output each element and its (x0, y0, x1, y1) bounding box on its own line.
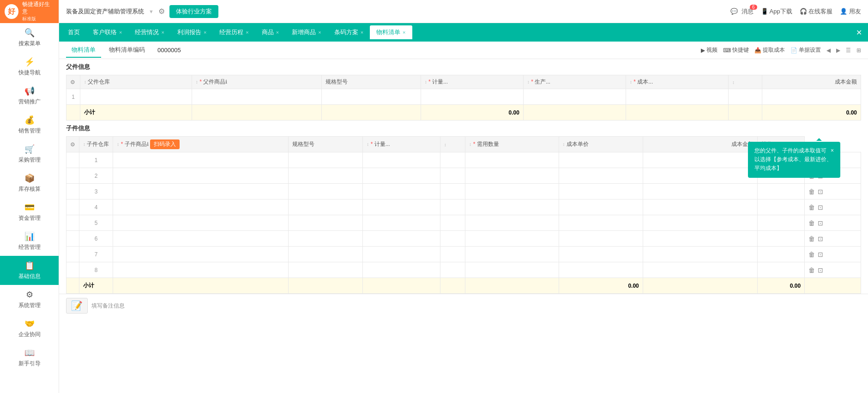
parent-row-1-extra[interactable] (729, 89, 762, 105)
sub-tab-material-code[interactable]: 物料清单编码 (103, 43, 151, 58)
tooltip-close-icon[interactable]: × (831, 146, 834, 155)
nav-tab-close-5[interactable]: × (276, 30, 279, 35)
child-row-6-unit-cost[interactable] (643, 231, 758, 247)
sub-tab-material-list[interactable]: 物料清单 (66, 43, 101, 58)
delete-icon-7[interactable]: 🗑 (808, 251, 815, 258)
child-row-1-qty[interactable] (440, 152, 465, 168)
child-row-6-spec[interactable] (363, 231, 440, 247)
nav-tab-close-1[interactable]: × (119, 30, 122, 35)
copy-icon-8[interactable]: ⊡ (818, 266, 823, 274)
child-row-4-needed-qty[interactable] (559, 200, 643, 215)
child-row-7-warehouse[interactable] (113, 247, 288, 262)
nav-tab-1[interactable]: 客户联络 × (86, 25, 128, 39)
sidebar-item-经营管理[interactable]: 📊经营管理 (0, 227, 59, 256)
close-all-tabs-icon[interactable]: ✕ (852, 28, 866, 37)
single-settings-btn[interactable]: 📄 单据设置 (790, 46, 821, 54)
child-row-5-warehouse[interactable] (113, 215, 288, 231)
child-row-3-needed-qty[interactable] (559, 184, 643, 200)
child-row-8-needed-qty[interactable] (559, 262, 643, 278)
nav-tab-5[interactable]: 商品 × (255, 25, 285, 39)
child-row-6-warehouse[interactable] (113, 231, 288, 247)
child-row-7-qty[interactable] (440, 247, 465, 262)
delete-icon-8[interactable]: 🗑 (808, 266, 815, 274)
sidebar-item-库存核算[interactable]: 📦库存核算 (0, 169, 59, 198)
parent-th-gear[interactable]: ⚙ (66, 75, 80, 89)
child-row-1-extra[interactable] (465, 152, 559, 168)
child-row-2-product[interactable] (288, 168, 363, 184)
trial-button[interactable]: 体验行业方案 (169, 5, 218, 18)
child-th-gear[interactable]: ⚙ (66, 137, 79, 152)
copy-icon-7[interactable]: ⊡ (818, 251, 823, 258)
child-row-1-unit-cost[interactable] (643, 152, 758, 168)
nav-tab-4[interactable]: 经营历程 × (213, 25, 255, 39)
parent-row-1-cost[interactable] (626, 89, 728, 105)
child-row-5-extra[interactable] (465, 215, 559, 231)
child-row-5-product[interactable] (288, 215, 363, 231)
delete-icon-6[interactable]: 🗑 (808, 235, 815, 242)
child-row-2-unit-cost[interactable] (643, 168, 758, 184)
child-row-2-extra[interactable] (465, 168, 559, 184)
parent-row-1-product[interactable] (192, 89, 321, 105)
nav-tab-close-3[interactable]: × (204, 30, 206, 35)
nav-tab-3[interactable]: 利润报告 × (171, 25, 213, 39)
sidebar-item-企业协同[interactable]: 🤝企业协同 (0, 314, 59, 343)
delete-icon-5[interactable]: 🗑 (808, 219, 815, 227)
child-row-5-spec[interactable] (363, 215, 440, 231)
shortcut-btn[interactable]: ⌨ 快捷键 (723, 46, 749, 54)
sidebar-item-采购管理[interactable]: 🛒采购管理 (0, 139, 59, 169)
copy-icon-4[interactable]: ⊡ (818, 204, 823, 211)
settings-icon[interactable]: ⚙ (158, 7, 165, 16)
child-row-2-needed-qty[interactable] (559, 168, 643, 184)
child-row-6-product[interactable] (288, 231, 363, 247)
child-row-3-warehouse[interactable] (113, 184, 288, 200)
child-row-4-warehouse[interactable] (113, 200, 288, 215)
scan-input-btn[interactable]: 扫码录入 (150, 139, 180, 149)
child-row-7-unit-cost[interactable] (643, 247, 758, 262)
child-row-4-spec[interactable] (363, 200, 440, 215)
parent-row-1-spec[interactable] (322, 89, 421, 105)
child-row-4-extra[interactable] (465, 200, 559, 215)
child-row-1-needed-qty[interactable] (559, 152, 643, 168)
nav-tab-close-6[interactable]: × (318, 30, 321, 35)
message-icon-area[interactable]: 💬 6 消息 (730, 7, 753, 16)
nav-next-icon[interactable]: ▶ (836, 47, 840, 54)
sidebar-item-系统管理[interactable]: ⚙系统管理 (0, 285, 59, 314)
video-btn[interactable]: ▶ 视频 (701, 46, 717, 54)
online-service[interactable]: 🎧 在线客服 (800, 7, 833, 16)
nav-tab-8[interactable]: 物料清单 × (370, 25, 412, 39)
copy-icon-3[interactable]: ⊡ (818, 188, 823, 195)
sidebar-item-新手引导[interactable]: 📖新手引导 (0, 343, 59, 372)
child-row-8-extra[interactable] (465, 262, 559, 278)
child-row-7-extra[interactable] (465, 247, 559, 262)
sidebar-item-销售管理[interactable]: 💰销售管理 (0, 110, 59, 139)
nav-tab-2[interactable]: 经营情况 × (128, 25, 170, 39)
child-row-8-unit-cost[interactable] (643, 262, 758, 278)
copy-icon-5[interactable]: ⊡ (818, 219, 823, 227)
dropdown-arrow[interactable]: ▼ (149, 9, 154, 14)
child-row-7-spec[interactable] (363, 247, 440, 262)
child-row-8-qty[interactable] (440, 262, 465, 278)
nav-prev-icon[interactable]: ◀ (826, 47, 831, 54)
sidebar-item-搜索菜单[interactable]: 🔍搜索菜单 (0, 23, 59, 52)
child-row-3-qty[interactable] (440, 184, 465, 200)
child-row-8-spec[interactable] (363, 262, 440, 278)
child-row-1-product[interactable] (288, 152, 363, 168)
child-row-1-spec[interactable] (363, 152, 440, 168)
nav-tab-close-4[interactable]: × (246, 30, 248, 35)
sidebar-item-快捷导航[interactable]: ⚡快捷导航 (0, 52, 59, 81)
parent-row-1-warehouse[interactable] (80, 89, 192, 105)
child-row-3-spec[interactable] (363, 184, 440, 200)
sidebar-item-资金管理[interactable]: 💳资金管理 (0, 198, 59, 227)
app-download[interactable]: 📱 App下载 (761, 7, 792, 16)
child-row-2-spec[interactable] (363, 168, 440, 184)
nav-tab-0[interactable]: 首页 (61, 25, 86, 39)
child-row-3-product[interactable] (288, 184, 363, 200)
parent-row-1-qty[interactable] (421, 89, 523, 105)
child-row-5-unit-cost[interactable] (643, 215, 758, 231)
nav-tab-close-7[interactable]: × (361, 30, 363, 35)
child-row-5-qty[interactable] (440, 215, 465, 231)
nav-tab-6[interactable]: 新增商品 × (285, 25, 327, 39)
delete-icon-4[interactable]: 🗑 (808, 204, 815, 211)
nav-tab-close-2[interactable]: × (161, 30, 164, 35)
nav-tab-7[interactable]: 条码方案 × (328, 25, 370, 39)
